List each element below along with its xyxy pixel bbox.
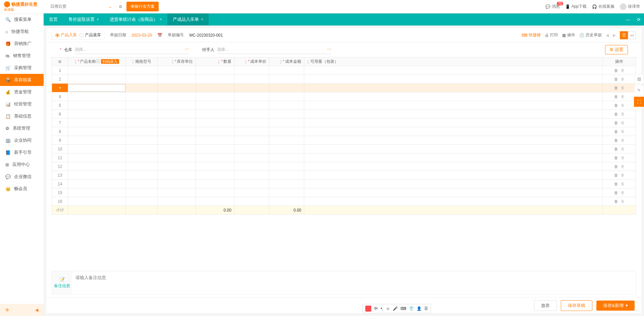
delete-icon[interactable]: 🗑 (614, 147, 618, 151)
delete-icon[interactable]: 🗑 (614, 77, 618, 82)
prev-icon[interactable]: ◀ (606, 33, 609, 38)
save-draft-button[interactable]: 保存草稿 (561, 300, 592, 311)
sidebar-item-2[interactable]: 🎁营销推广 (0, 38, 44, 50)
table-row[interactable]: 9🗑⎘ (52, 136, 636, 145)
save-new-button[interactable]: 保存&新增▾ (596, 301, 635, 311)
col-price[interactable]: ▲▼*成本单价 (234, 57, 269, 66)
dock-item-3[interactable]: ⛶ (634, 97, 644, 107)
table-row[interactable]: 1🗑⎘ (52, 66, 636, 75)
table-row[interactable]: 12🗑⎘ (52, 162, 636, 171)
table-row[interactable]: 16🗑⎘ (52, 197, 636, 206)
view-list[interactable]: ☰ (620, 31, 628, 39)
table-row[interactable]: 6🗑⎘ (52, 110, 636, 119)
tab-3[interactable]: 产成品入库单× (167, 13, 209, 26)
tab-2[interactable]: 进货单统计表（按商品）× (104, 13, 167, 26)
ime-lang[interactable]: 中 (374, 306, 378, 312)
messages-link[interactable]: 💬 消息 70 (545, 4, 560, 9)
scan-badge[interactable]: 扫码录入 (101, 59, 119, 64)
app-download-link[interactable]: 📱App下载 (565, 4, 587, 9)
product-name-input[interactable] (68, 84, 125, 92)
delete-icon[interactable]: 🗑 (614, 112, 618, 117)
copy-icon[interactable]: ⎘ (622, 68, 624, 73)
sidebar-item-13[interactable]: 💬企业微信 (0, 171, 44, 183)
copy-icon[interactable]: ⎘ (622, 138, 624, 143)
copy-icon[interactable]: ⎘ (622, 173, 624, 178)
table-row[interactable]: 2🗑⎘ (52, 75, 636, 84)
tab-0[interactable]: 首页 (44, 13, 63, 26)
delete-icon[interactable]: 🗑 (614, 138, 618, 143)
sidebar-item-14[interactable]: 👑畅会员 (0, 183, 44, 195)
sidebar-item-3[interactable]: 🛍销售管理 (0, 50, 44, 62)
sidebar-item-5[interactable]: 📦库存核算 (0, 74, 44, 86)
copy-icon[interactable]: ⎘ (622, 77, 624, 82)
delete-icon[interactable]: 🗑 (614, 199, 618, 204)
table-row[interactable]: 13🗑⎘ (52, 171, 636, 180)
discard-button[interactable]: 放弃 (534, 300, 557, 311)
radio-out[interactable]: 产品退库 (79, 32, 101, 38)
delete-icon[interactable]: 🗑 (614, 103, 618, 108)
table-row[interactable]: 14🗑⎘ (52, 180, 636, 188)
settings-icon[interactable]: ⚙ (5, 308, 9, 312)
delete-icon[interactable]: 🗑 (614, 121, 618, 125)
sidebar-item-8[interactable]: 📋基础信息 (0, 110, 44, 122)
delete-icon[interactable]: 🗑 (614, 190, 618, 195)
table-row[interactable]: 11🗑⎘ (52, 153, 636, 162)
experience-button[interactable]: 体验行业方案 (126, 2, 159, 11)
col-unit[interactable]: ▲▼*库存单位 (158, 57, 196, 66)
col-qty[interactable]: ▲▼*数量 (196, 57, 234, 66)
gear-icon[interactable]: ⚙ (119, 4, 122, 9)
col-amount[interactable]: ▲▼*成本金额 (269, 57, 304, 66)
sidebar-item-10[interactable]: 🏢企业协同 (0, 134, 44, 146)
sidebar-item-7[interactable]: 📊经营管理 (0, 98, 44, 110)
add-row-icon[interactable]: + (57, 85, 63, 91)
copy-icon[interactable]: ⎘ (622, 182, 624, 186)
table-row[interactable]: 15🗑⎘ (52, 188, 636, 197)
dock-item-1[interactable]: ▤ (634, 74, 644, 84)
radio-in[interactable]: 产品入库 (55, 32, 77, 38)
sidebar-item-1[interactable]: ⌂快捷导航 (0, 26, 44, 38)
close-icon[interactable]: × (97, 17, 99, 22)
ime-icon[interactable] (365, 306, 371, 312)
delete-icon[interactable]: 🗑 (614, 94, 618, 99)
settings-button[interactable]: ⚙ 设置 (605, 45, 628, 54)
table-row[interactable]: 10🗑⎘ (52, 145, 636, 153)
delete-icon[interactable]: 🗑 (614, 164, 618, 169)
copy-icon[interactable]: ⎘ (622, 129, 624, 134)
copy-icon[interactable]: ⎘ (622, 112, 624, 117)
copy-icon[interactable]: ⎘ (622, 121, 624, 125)
table-row[interactable]: +🗑⎘ (52, 84, 636, 92)
table-row[interactable]: 7🗑⎘ (52, 119, 636, 127)
warehouse-select[interactable]: 选择...⋯ (75, 45, 189, 54)
sidebar-item-6[interactable]: 💰资金管理 (0, 86, 44, 98)
user-menu[interactable]: 徐泽华 (620, 3, 640, 10)
copy-icon[interactable]: ⎘ (622, 94, 624, 99)
category-dropdown[interactable]: 日用百货 ⌄ (48, 2, 115, 11)
copy-icon[interactable]: ⎘ (622, 86, 624, 90)
remark-input[interactable] (72, 271, 636, 294)
sidebar-item-9[interactable]: ⚙系统管理 (0, 122, 44, 134)
print-link[interactable]: 🖨打印 (545, 32, 558, 38)
delete-icon[interactable]: 🗑 (614, 155, 618, 160)
calendar-icon[interactable]: 📅 (157, 33, 162, 38)
copy-icon[interactable]: ⎘ (622, 103, 624, 108)
date-value[interactable]: 2023-03-20 (131, 33, 152, 38)
copy-icon[interactable]: ⎘ (622, 147, 624, 151)
delete-icon[interactable]: 🗑 (614, 68, 618, 73)
close-icon[interactable]: × (160, 17, 162, 22)
table-row[interactable]: 5🗑⎘ (52, 101, 636, 110)
delete-icon[interactable]: 🗑 (614, 173, 618, 178)
col-name[interactable]: ▲▼*产品名称ⓘ扫码录入 (68, 57, 126, 66)
copy-icon[interactable]: ⎘ (622, 164, 624, 169)
tab-1[interactable]: 售价提取设置× (63, 13, 104, 26)
delete-icon[interactable]: 🗑 (614, 86, 618, 90)
dock-item-2[interactable]: ✎ (634, 85, 644, 95)
sidebar-item-0[interactable]: 🔍搜索菜单 (0, 13, 44, 26)
remark-tab[interactable]: 📝 备注信息 (52, 271, 72, 294)
copy-icon[interactable]: ⎘ (622, 190, 624, 195)
copy-icon[interactable]: ⎘ (622, 199, 624, 204)
operate-link[interactable]: ▦操作 (562, 32, 575, 38)
collapse-icon[interactable]: ◀ (35, 308, 38, 312)
sidebar-item-12[interactable]: ⊞应用中心 (0, 159, 44, 171)
table-row[interactable]: 4🗑⎘ (52, 92, 636, 101)
view-card[interactable]: ▭ (628, 31, 636, 39)
